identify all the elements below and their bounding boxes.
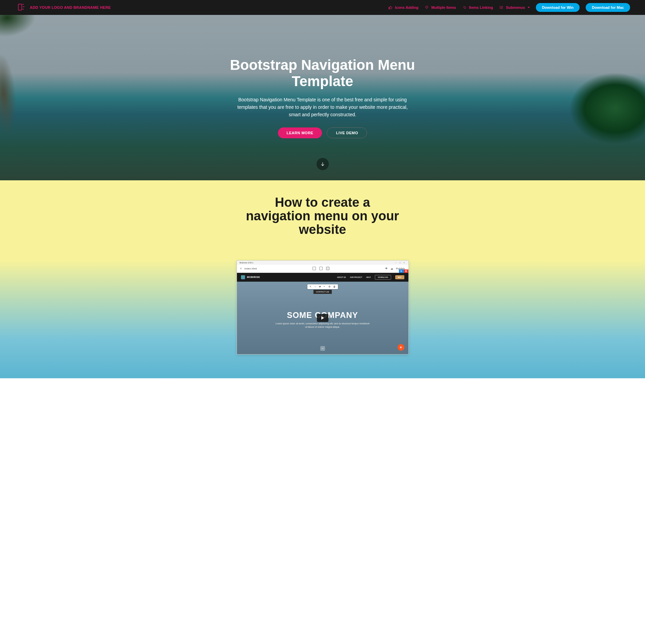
delete-badge-icon: 🗑 <box>404 269 408 273</box>
mobirise-logo-icon <box>241 275 245 279</box>
desktop-icon <box>326 267 329 270</box>
brandname-text[interactable]: ADD YOUR LOGO AND BRANDNAME HERE <box>30 5 111 9</box>
video-filename: index.html <box>244 267 257 270</box>
play-icon <box>321 316 324 320</box>
howto-section: How to create a navigation menu on your … <box>0 180 645 378</box>
live-demo-button[interactable]: LIVE DEMO <box>327 127 367 138</box>
navbar-left: ADD YOUR LOGO AND BRANDNAME HERE <box>15 2 111 13</box>
tool-icon: 🗑 <box>333 285 336 288</box>
nav-item-items-linking[interactable]: Items Linking <box>462 5 493 10</box>
nav-item-icons-adding[interactable]: Icons Adding <box>388 5 418 10</box>
cloud-upload-icon: ☁ <box>390 267 393 270</box>
svg-point-13 <box>499 7 500 8</box>
svg-point-12 <box>499 6 500 7</box>
gear-badge-icon: ⚙ <box>399 269 404 273</box>
scroll-indicator-icon <box>320 346 325 351</box>
navbar-right: Icons Adding Multiple Items Items Linkin… <box>388 3 630 12</box>
svg-line-3 <box>22 9 24 9</box>
floating-edit-toolbar: ✎ ♡ ⇄ + ⚙ 🗑 <box>307 284 338 289</box>
hamburger-icon: ≡ <box>240 267 242 270</box>
palm-decoration-left <box>0 15 137 180</box>
howto-title: How to create a navigation menu on your … <box>241 196 404 237</box>
learn-more-button[interactable]: LEARN MORE <box>278 127 322 138</box>
nav-project: OUR PROJECT <box>350 276 362 278</box>
video-app-toolbar: ≡ index.html 👁 ☁ Publish <box>237 265 408 273</box>
video-site-body: ✎ ♡ ⇄ + ⚙ 🗑 CONTACT US SOME COMPANY Lore… <box>237 282 408 354</box>
download-win-button[interactable]: Download for Win <box>536 3 580 12</box>
nav-item-submenus[interactable]: Submenus <box>499 5 530 10</box>
svg-point-14 <box>499 8 500 9</box>
mobile-icon <box>313 267 316 270</box>
nav-label: Icons Adding <box>395 5 418 9</box>
close-icon: × <box>404 262 406 264</box>
hero-buttons: LEARN MORE LIVE DEMO <box>278 127 367 138</box>
video-window-titlebar: Mobirise 3.05.1 – □ × <box>237 261 408 265</box>
svg-line-1 <box>22 4 24 5</box>
tool-icon: + <box>324 285 326 288</box>
editor-corner-badges: ⚙ 🗑 <box>399 269 408 273</box>
device-preview-switcher <box>313 267 329 270</box>
maximize-icon: □ <box>400 262 402 264</box>
thumbs-up-icon <box>388 5 393 10</box>
svg-rect-0 <box>18 4 22 10</box>
nav-help: HELP <box>366 276 371 278</box>
hero-description: Bootstrap Navigation Menu Template is on… <box>235 96 411 119</box>
hero-section: Bootstrap Navigation Menu Template Boots… <box>0 15 645 180</box>
minimize-icon: – <box>396 262 398 264</box>
video-site-brand: MOBIRISE <box>247 276 260 278</box>
svg-point-4 <box>426 6 428 8</box>
nav-buy: BUY <box>395 275 404 279</box>
nav-label: Items Linking <box>469 5 493 9</box>
link-icon <box>462 5 467 10</box>
download-mac-button[interactable]: Download for Mac <box>586 3 630 12</box>
contact-us-label: CONTACT US <box>313 290 331 294</box>
play-button[interactable] <box>317 314 328 322</box>
nav-item-multiple-items[interactable]: Multiple Items <box>424 5 456 10</box>
video-app-title: Mobirise 3.05.1 <box>240 262 254 264</box>
main-navbar: ADD YOUR LOGO AND BRANDNAME HERE Icons A… <box>0 0 645 15</box>
tool-icon: ⇄ <box>319 285 322 288</box>
tool-icon: ⚙ <box>328 285 331 288</box>
list-icon <box>499 5 504 10</box>
lightbulb-icon <box>424 5 429 10</box>
window-controls: – □ × <box>396 262 406 264</box>
tool-icon: ♡ <box>314 285 317 288</box>
nav-label: Submenus <box>506 5 525 9</box>
arrow-down-icon <box>320 161 325 167</box>
chevron-down-icon <box>528 7 530 8</box>
tablet-icon <box>319 267 323 270</box>
tool-icon: ✎ <box>309 285 312 288</box>
add-block-fab: + <box>398 344 404 351</box>
palm-decoration-right <box>530 52 645 180</box>
hero-title: Bootstrap Navigation Menu Template <box>228 57 418 90</box>
video-thumbnail[interactable]: Mobirise 3.05.1 – □ × ≡ index.html 👁 ☁ P… <box>237 260 409 355</box>
video-company-desc: Lorem ipsum dolor sit amet, consectetur … <box>275 322 370 329</box>
video-site-header: ⚙ 🗑 MOBIRISE ABOUT US OUR PROJECT HELP D… <box>237 273 408 282</box>
eye-icon: 👁 <box>385 267 388 270</box>
nav-about: ABOUT US <box>337 276 346 278</box>
phone-logo-icon[interactable] <box>15 2 26 13</box>
nav-label: Multiple Items <box>431 5 456 9</box>
video-site-nav: ABOUT US OUR PROJECT HELP DOWNLOAD BUY <box>337 275 404 280</box>
scroll-down-button[interactable] <box>317 158 329 170</box>
nav-download: DOWNLOAD <box>375 275 391 280</box>
